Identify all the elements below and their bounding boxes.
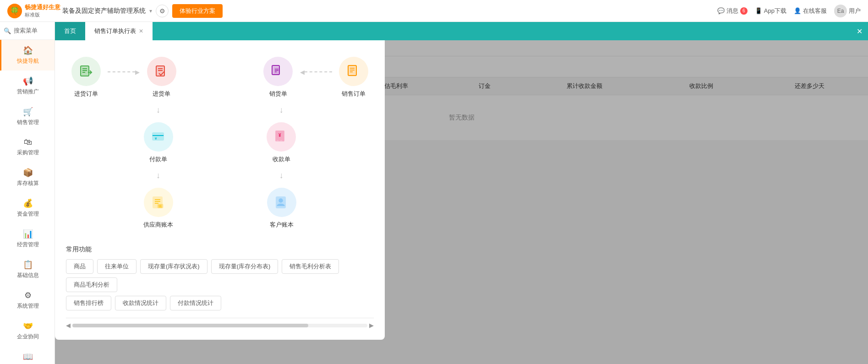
customer-account-circle xyxy=(267,188,296,217)
content-area: 首页 销售订单执行表 ✕ ✕ ❓ 帮助 🖨 按模板打印 ▾ xyxy=(55,22,868,364)
system-dropdown-icon[interactable]: ▾ xyxy=(149,8,152,14)
flow-diagram: 进货订单 ▶ xyxy=(66,51,374,234)
btn-receipt-stats[interactable]: 收款情况统计 xyxy=(115,296,166,310)
customer-account-label: 客户账本 xyxy=(270,221,294,229)
sidebar-item-label: 销售管理 xyxy=(17,119,39,126)
online-service-button[interactable]: 👤 在线客服 xyxy=(794,7,827,15)
flow-node-supplier-account[interactable]: 账 供应商账本 xyxy=(140,182,177,234)
arrow-po-to-pb: ▶ xyxy=(108,69,140,76)
basic-info-icon: 📋 xyxy=(23,260,33,270)
guide-panel: 进货订单 ▶ xyxy=(55,40,385,340)
sidebar-item-label: 企业协同 xyxy=(17,333,39,341)
finance-icon: 💰 xyxy=(23,198,33,208)
scroll-left-arrow[interactable]: ◀ xyxy=(66,322,71,329)
btn-payment-stats[interactable]: 付款情况统计 xyxy=(170,296,221,310)
message-icon: 💬 xyxy=(717,7,725,14)
flow-node-receipt[interactable]: ¥ 收款单 xyxy=(263,117,300,169)
flow-node-payment[interactable]: ¥ 付款单 xyxy=(140,117,177,169)
flow-row3: 账 供应商账本 xyxy=(66,182,374,234)
sidebar-item-newbie[interactable]: 📖 新手引导 xyxy=(0,346,55,364)
tab-home[interactable]: 首页 xyxy=(55,22,85,40)
sidebar-item-purchase[interactable]: 🛍 采购管理 xyxy=(0,132,55,162)
experience-button[interactable]: 体验行业方案 xyxy=(172,4,223,18)
sidebar-item-finance[interactable]: 💰 资金管理 xyxy=(0,193,55,223)
user-menu-button[interactable]: Ea 用户 xyxy=(834,5,861,17)
download-icon: 📱 xyxy=(755,7,762,14)
inventory-icon: 📦 xyxy=(23,168,33,178)
svg-point-32 xyxy=(279,199,283,202)
sidebar-item-inventory[interactable]: 📦 库存核算 xyxy=(0,162,55,193)
btn-sale-gross[interactable]: 销售毛利分析表 xyxy=(282,259,339,274)
sale-order-circle xyxy=(339,57,368,86)
payment-circle: ¥ xyxy=(144,122,173,152)
system-icon: ⚙ xyxy=(24,290,32,300)
btn-product-gross[interactable]: 商品毛利分析 xyxy=(66,277,117,292)
search-icon: 🔍 xyxy=(4,27,11,34)
sidebar-search-label: 搜索菜单 xyxy=(14,27,38,35)
svg-rect-20 xyxy=(153,133,164,140)
sidebar-item-business[interactable]: 📊 经营管理 xyxy=(0,223,55,254)
logo-area: 🍀 畅捷通好生意 标准版 xyxy=(7,4,62,18)
flow-node-purchase-bill[interactable]: 进货单 xyxy=(143,51,180,103)
sidebar-item-enterprise[interactable]: 🤝 企业协同 xyxy=(0,315,55,346)
svg-text:¥: ¥ xyxy=(155,136,157,141)
home-icon: 🏠 xyxy=(23,45,33,55)
flow-node-sale-bill[interactable]: 销货单 xyxy=(260,51,296,103)
sale-order-label: 销售订单 xyxy=(342,90,366,98)
sales-order-tab-label: 销售订单执行表 xyxy=(94,27,136,35)
tab-bar: 首页 销售订单执行表 ✕ ✕ xyxy=(55,22,868,40)
scroll-track[interactable] xyxy=(72,324,367,327)
settings-gear-button[interactable]: ⚙ xyxy=(156,5,169,17)
sidebar-item-label: 经营管理 xyxy=(17,241,39,249)
sidebar-item-marketing[interactable]: 📢 营销推广 xyxy=(0,71,55,101)
top-right-area: 💬 消息 6 📱 App下载 👤 在线客服 Ea 用户 xyxy=(717,5,861,17)
sale-bill-label: 销货单 xyxy=(269,90,287,98)
receipt-circle: ¥ xyxy=(267,122,296,152)
app-download-button[interactable]: 📱 App下载 xyxy=(755,7,786,15)
logo-text: 畅捷通好生意 标准版 xyxy=(25,4,60,18)
purchase-icon: 🛍 xyxy=(24,137,32,147)
sidebar-item-label: 资金管理 xyxy=(17,210,39,218)
svg-rect-15 xyxy=(348,65,356,76)
scroll-right-arrow[interactable]: ▶ xyxy=(369,322,374,329)
supplier-account-label: 供应商账本 xyxy=(143,221,173,229)
business-icon: 📊 xyxy=(23,229,33,239)
sidebar-item-label: 采购管理 xyxy=(17,149,39,157)
svg-rect-11 xyxy=(274,67,279,75)
btn-counterpart[interactable]: 往来单位 xyxy=(97,259,136,274)
purchase-bill-label: 进货单 xyxy=(153,90,170,98)
sidebar-search[interactable]: 🔍 搜索菜单 xyxy=(0,22,55,40)
tab-bar-close-button[interactable]: ✕ xyxy=(851,27,868,36)
sidebar-item-system[interactable]: ⚙ 系统管理 xyxy=(0,285,55,315)
btn-stock-dist[interactable]: 现存量(库存分布表) xyxy=(211,259,278,274)
enterprise-icon: 🤝 xyxy=(23,321,33,331)
newbie-icon: 📖 xyxy=(23,352,33,362)
svg-text:¥: ¥ xyxy=(278,133,281,138)
sidebar-item-label: 快捷导航 xyxy=(17,57,39,65)
btn-product[interactable]: 商品 xyxy=(66,259,93,274)
btn-stock-status[interactable]: 现存量(库存状况表) xyxy=(140,259,207,274)
inner-content: ❓ 帮助 🖨 按模板打印 ▾ 📤 导出 🔄 刷新 xyxy=(55,40,868,364)
arrow-so-to-sb: ◀ xyxy=(300,69,332,76)
message-button[interactable]: 💬 消息 6 xyxy=(717,7,748,15)
flow-node-purchase-order[interactable]: 进货订单 xyxy=(68,51,104,103)
flow-row2: ¥ 付款单 xyxy=(66,117,374,169)
tab-sales-order[interactable]: 销售订单执行表 ✕ xyxy=(85,22,153,40)
common-functions-section: 常用功能 商品 往来单位 现存量(库存状况表) 现存量(库存分布表) 销售毛利分… xyxy=(66,245,374,310)
tab-close-icon[interactable]: ✕ xyxy=(139,28,143,34)
flow-node-customer-account[interactable]: 客户账本 xyxy=(263,182,300,234)
svg-text:账: 账 xyxy=(158,204,162,208)
sidebar-item-sales[interactable]: 🛒 销售管理 xyxy=(0,101,55,132)
vertical-arrows-row2: ↓ ↓ xyxy=(66,169,374,182)
flow-node-sale-order[interactable]: 销售订单 xyxy=(335,51,372,103)
common-buttons-row2: 销售排行榜 收款情况统计 付款情况统计 xyxy=(66,296,374,310)
btn-sales-rank[interactable]: 销售排行榜 xyxy=(66,296,111,310)
system-title-area: 装备及固定资产辅助管理系统 ▾ ⚙ 体验行业方案 xyxy=(62,4,717,18)
sidebar-item-basic-info[interactable]: 📋 基础信息 xyxy=(0,254,55,285)
scroll-bar-area: ◀ ▶ xyxy=(66,318,374,329)
sidebar-item-quick-nav[interactable]: 🏠 快捷导航 xyxy=(0,40,55,71)
sidebar-item-label: 营销推广 xyxy=(17,88,39,96)
sale-bill-circle xyxy=(263,57,293,86)
sidebar-item-label: 基础信息 xyxy=(17,272,39,279)
sidebar-item-label: 系统管理 xyxy=(17,302,39,310)
